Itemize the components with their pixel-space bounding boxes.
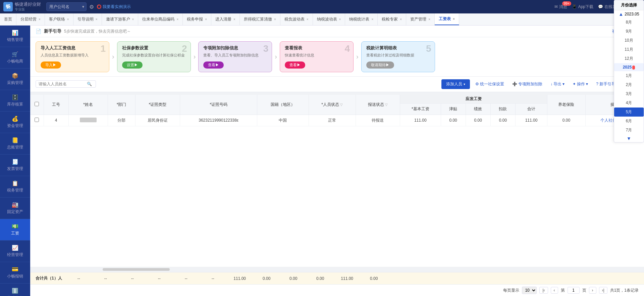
nav-tab-product-code[interactable]: 往来单位商品编码 × (138, 13, 183, 25)
nav-tab-tax-stat[interactable]: 纳税统计表 × (345, 13, 378, 25)
close-icon[interactable]: × (453, 17, 455, 21)
sidebar-item-purchase[interactable]: 📦 采购管理 (0, 69, 30, 90)
close-icon[interactable]: × (274, 17, 276, 21)
assets-icon: 🏭 (2, 202, 28, 208)
month-item-9[interactable]: 9月 (614, 27, 644, 36)
search-icon[interactable]: 🔍 (87, 82, 92, 86)
nav-tab-guide[interactable]: 引导说明 × (73, 13, 102, 25)
app-download-btn[interactable]: 📱 App下载 (572, 4, 593, 10)
month-item-7[interactable]: 7月 (614, 126, 644, 135)
sidebar-item-basic-info[interactable]: ℹ️ 基础信息 (0, 284, 30, 296)
sidebar-item-invoice[interactable]: 🧾 发票管理 (0, 155, 30, 176)
first-page-btn[interactable]: |‹ (539, 287, 548, 294)
scroll-thumb[interactable] (103, 268, 170, 271)
month-item-5[interactable]: 5月 (614, 108, 644, 117)
month-item-12[interactable]: 12月 (614, 54, 644, 63)
cell-basic-salary: 111.00 (400, 115, 441, 126)
pagination-bar: 每页显示 10 20 50 |‹ ‹ 第 页 › ›| 共1页，1条记录 (30, 284, 644, 296)
total-records: 共1页，1条记录 (610, 288, 639, 293)
month-item-3[interactable]: 3月 (614, 89, 644, 98)
step-btn-3[interactable]: 查看▶ (203, 61, 224, 69)
cell-deduction: 0.00 (490, 115, 515, 126)
nav-tab-salary[interactable]: 工资表 × (435, 13, 459, 25)
demo-link[interactable]: ⭕ 我要看实例演示 (97, 4, 131, 10)
sidebar-item-salary[interactable]: 💵 工资 (0, 219, 30, 241)
logo-icon: 畅 (3, 2, 13, 11)
tax-icon: 📋 (2, 180, 28, 186)
nav-tab-tax-wave[interactable]: 纳税波动表 × (313, 13, 345, 25)
select-all-checkbox[interactable] (35, 102, 39, 106)
sidebar-item-operations[interactable]: 📈 经营管理 (0, 241, 30, 262)
step-btn-4[interactable]: 查看▶ (285, 61, 305, 69)
page-input[interactable] (568, 287, 580, 294)
month-item-4[interactable]: 4月 (614, 98, 644, 108)
month-item-11[interactable]: 11月 (614, 45, 644, 54)
horizontal-scrollbar[interactable] (36, 268, 639, 271)
export-btn[interactable]: ↓ 导出 ▾ (548, 80, 567, 88)
close-icon[interactable]: × (67, 17, 69, 21)
sidebar-item-ecommerce[interactable]: 🛒 小畅电商 (0, 47, 30, 69)
next-page-btn[interactable]: › (589, 287, 596, 294)
close-icon[interactable]: × (371, 17, 373, 21)
nav-tab-home[interactable]: 首页 (0, 13, 16, 25)
report-filter-icon[interactable]: ▽ (385, 103, 388, 107)
close-icon[interactable]: × (233, 17, 235, 21)
per-page-select[interactable]: 10 20 50 (522, 287, 537, 294)
last-page-btn[interactable]: ›| (599, 287, 607, 294)
step-btn-5[interactable]: 敬请期待▶ (366, 61, 394, 69)
sidebar-item-finance[interactable]: 💰 资金管理 (0, 112, 30, 133)
nav-tab-assets[interactable]: 资产管理 × (406, 13, 435, 25)
special-deduction-btn[interactable]: ➕ 专项附加扣除 (509, 80, 545, 88)
company-dropdown[interactable]: 用户公司名 ▾ (46, 2, 87, 11)
nav-tab-customer[interactable]: 客户联络 × (45, 13, 73, 25)
sidebar-label: 工资 (2, 230, 28, 236)
search-input[interactable] (39, 82, 86, 86)
operations-btn[interactable]: ✦ 操作 ▾ (570, 80, 591, 88)
close-icon[interactable]: × (205, 17, 207, 21)
th-checkbox (30, 95, 44, 115)
close-icon[interactable]: × (176, 17, 178, 21)
month-item-6[interactable]: 6月 (614, 117, 644, 126)
step-btn-1[interactable]: 导入▶ (41, 61, 61, 69)
sidebar-item-inventory[interactable]: 🗄️ 库存核算 (0, 90, 30, 112)
sidebar-item-expense[interactable]: 💳 小畅报销 (0, 262, 30, 284)
invoice-icon: 🧾 (2, 159, 28, 165)
nav-tab-tax-burden[interactable]: 税负波动表 × (280, 13, 313, 25)
month-picker-next-btn[interactable]: ▼ (627, 136, 631, 141)
add-dropdown-icon: ▾ (464, 82, 465, 86)
nav-tab-clearance[interactable]: 进入清册 × (211, 13, 240, 25)
row-checkbox[interactable] (35, 118, 39, 122)
guide-icon: 📄 (36, 29, 41, 34)
step-btn-2[interactable]: 设置▶ (122, 61, 143, 69)
ecommerce-icon: 🛒 (2, 51, 28, 57)
sidebar-item-sales[interactable]: 📊 销售管理 (0, 26, 30, 47)
sidebar-item-assets[interactable]: 🏭 固定资产 (0, 198, 30, 219)
close-icon[interactable]: × (339, 17, 341, 21)
basic-info-icon: ℹ️ (2, 288, 28, 294)
nav-tab-hierarchy[interactable]: 分层经营 × (16, 13, 45, 25)
close-icon[interactable]: × (96, 17, 98, 21)
settings-icon[interactable]: ⚙ (89, 4, 94, 10)
month-item-1[interactable]: 1月 (614, 71, 644, 80)
close-icon[interactable]: × (400, 17, 402, 21)
nav-tab-tax-expert[interactable]: 税检专家 × (378, 13, 406, 25)
footer-dash-1: -- (69, 276, 89, 281)
month-item-2[interactable]: 2月 (614, 80, 644, 89)
close-icon[interactable]: × (132, 17, 134, 21)
nav-tab-invite[interactable]: 邀请下游客户 × (102, 13, 139, 25)
close-icon[interactable]: × (428, 17, 430, 21)
close-icon[interactable]: × (307, 17, 309, 21)
nav-tab-income-tax[interactable]: 所得税汇算清缴 × (240, 13, 280, 25)
close-icon[interactable]: × (39, 17, 41, 21)
unified-social-insurance-btn[interactable]: ⚙ 统一社保设置 (473, 80, 507, 88)
th-nationality: 国籍（地区） (257, 95, 309, 115)
message-btn[interactable]: ✉ 消息 99+ (554, 4, 567, 10)
sidebar-item-ledger[interactable]: 📒 总账管理 (0, 133, 30, 155)
prev-page-btn[interactable]: ‹ (551, 287, 558, 294)
nav-tab-tax-report[interactable]: 税务申报 × (183, 13, 211, 25)
sidebar-item-tax[interactable]: 📋 税务管理 (0, 176, 30, 198)
sidebar-label: 经营管理 (2, 252, 28, 258)
status-filter-icon[interactable]: ▽ (340, 103, 343, 107)
month-item-10[interactable]: 10月 (614, 36, 644, 45)
add-employee-btn[interactable]: 添加人员 ▾ (441, 79, 470, 89)
